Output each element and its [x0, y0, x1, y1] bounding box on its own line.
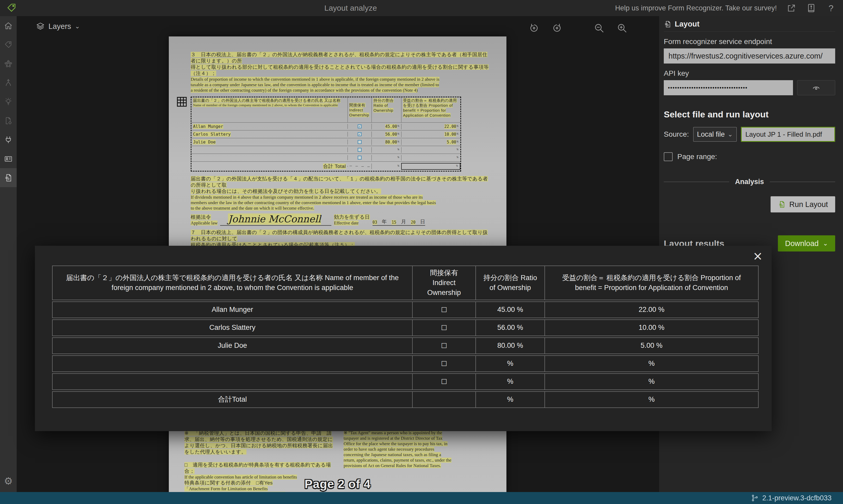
doc-text-line: 得として取り扱われる部分に対して租税条約の適用を受けることとされている場合の租税…: [191, 64, 489, 76]
checkbox-checked-icon: ✓: [358, 124, 362, 128]
doc-text-line: Details of proportion of income to which…: [191, 77, 439, 82]
left-sidebar: ⚙: [0, 16, 17, 492]
sidebar-item-home[interactable]: [0, 16, 17, 35]
checkbox-checked-icon: ✓: [358, 132, 362, 136]
select-file-heading: Select file and run layout: [664, 109, 835, 120]
sidebar-item-analyze-doc[interactable]: [0, 111, 17, 130]
table-grid-icon[interactable]: [176, 96, 187, 107]
doc-table-row: ％ ％: [192, 154, 460, 161]
sidebar-item-prebuilt[interactable]: [0, 149, 17, 168]
table-row: ☐ % %: [52, 373, 759, 390]
reveal-key-button[interactable]: [797, 80, 835, 95]
doc-table-row: Allan Munger ✓ 45.00％ 22.00％: [192, 122, 460, 130]
help-icon[interactable]: ?: [826, 3, 836, 13]
handwritten-signature: Johnnie McConnell: [220, 214, 331, 226]
doc-text-line: ３ 日本の税法上、届出書の「２」の外国法人が納税義務者とされるが、租税条約の規定…: [191, 52, 487, 64]
version-branch-icon: [751, 494, 759, 502]
page-title: Layout analyze: [324, 4, 377, 13]
table-row: ☐ % %: [52, 355, 759, 372]
release-notes-icon[interactable]: [806, 3, 816, 13]
table-total-row: 合計Total % %: [52, 391, 759, 408]
api-key-input[interactable]: [664, 80, 793, 95]
file-name-field[interactable]: Layout JP 1 - Filled In.pdf: [741, 127, 835, 142]
zoom-in-icon[interactable]: [616, 22, 628, 34]
checkbox-empty-icon: [358, 140, 362, 144]
eye-icon: [812, 83, 821, 92]
doc-table-total-row: 合計 Total ％ ％: [192, 161, 460, 171]
sidebar-item-model[interactable]: [0, 54, 17, 73]
layers-icon: [36, 22, 45, 31]
run-layout-doc-icon: [778, 200, 786, 208]
status-bar: 2.1-preview.3-dcfb033: [0, 492, 843, 504]
api-key-label: API key: [664, 69, 835, 77]
table-results-modal: × 届出書の「２」の外国法人の株主等で租税条約の適用を受ける者の氏名 又は名称 …: [35, 246, 772, 431]
detected-table-region[interactable]: 届出書の「２」の外国法人の株主等で租税条約の適用を受ける者の氏名 又は名称 Na…: [191, 96, 461, 172]
layout-doc-icon: [664, 20, 672, 28]
download-button[interactable]: Download ⌄: [778, 235, 835, 251]
checkbox-empty-icon: [358, 148, 362, 152]
source-dropdown[interactable]: Local file ⌄: [693, 127, 737, 142]
table-row: Carlos Slattery ☐ 56.00 % 10.00 %: [52, 320, 759, 336]
sidebar-item-connections[interactable]: [0, 130, 17, 149]
doc-text-line: a resident of the other contracting coun…: [191, 88, 418, 93]
run-layout-button[interactable]: Run Layout: [771, 196, 835, 212]
table-row: Allan Munger ☐ 45.00 % 22.00 %: [52, 302, 759, 318]
zoom-out-icon[interactable]: [594, 22, 605, 34]
page-number-stamp: Page 2 of 4: [304, 477, 371, 491]
endpoint-input[interactable]: [664, 49, 835, 64]
doc-table-row: Carlos Slattery ✓ 56.00％ 10.00％: [192, 130, 460, 138]
app-logo-tag-icon: [6, 2, 17, 14]
survey-link[interactable]: Help us improve Form Recognizer. Take ou…: [615, 4, 777, 12]
extracted-table: 届出書の「２」の外国法人の株主等で租税条約の適用を受ける者の氏名 又は名称 Na…: [52, 266, 759, 409]
source-label: Source:: [664, 130, 689, 139]
chevron-down-icon: ⌄: [727, 131, 733, 138]
doc-text-line: taxable as a company under Japanese tax …: [191, 82, 439, 87]
extracted-table-header: 届出書の「２」の外国法人の株主等で租税条約の適用を受ける者の氏名 又は名称 Na…: [52, 266, 759, 300]
sidebar-item-tag[interactable]: [0, 35, 17, 54]
endpoint-label: Form recognizer service endpoint: [664, 37, 835, 46]
page-range-label: Page range:: [677, 152, 717, 161]
table-row: Julie Doe ☐ 80.00 % 5.00 %: [52, 337, 759, 354]
top-bar: Layout analyze Help us improve Form Reco…: [0, 0, 843, 16]
version-label: 2.1-preview.3-dcfb033: [762, 494, 831, 502]
chevron-down-icon: ⌄: [75, 23, 80, 30]
doc-table-header-row: 届出書の「２」の外国法人の株主等で租税条約の適用を受ける者の氏名 又は名称 Na…: [192, 97, 460, 122]
layers-dropdown[interactable]: Layers ⌄: [36, 22, 80, 31]
doc-table-row: Julie Doe 80.00％ 5.00％: [192, 138, 460, 146]
page-range-checkbox[interactable]: [664, 152, 673, 161]
layers-label: Layers: [49, 22, 71, 31]
share-icon[interactable]: [786, 3, 797, 13]
rotate-counterclockwise-icon[interactable]: [528, 22, 540, 34]
sidebar-item-train[interactable]: [0, 92, 17, 111]
checkbox-empty-icon: [358, 156, 362, 160]
rotate-clockwise-icon[interactable]: [551, 22, 563, 34]
panel-title: Layout: [675, 20, 700, 29]
chevron-down-icon: ⌄: [823, 240, 828, 247]
doc-table-row: ％ ％: [192, 146, 460, 154]
sidebar-item-compose[interactable]: [0, 73, 17, 92]
sidebar-item-layout[interactable]: [0, 168, 17, 187]
analysis-divider: Analysis: [664, 178, 835, 186]
settings-gear-icon[interactable]: ⚙: [0, 473, 17, 489]
close-icon[interactable]: ×: [753, 250, 763, 262]
